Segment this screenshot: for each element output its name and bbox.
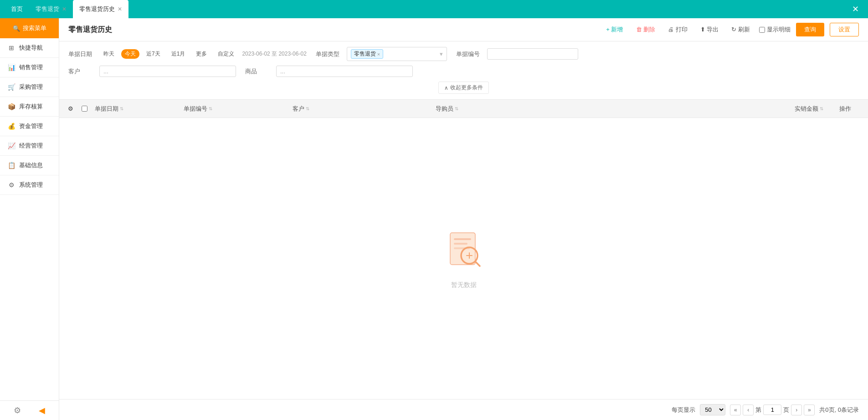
svg-rect-1 <box>454 238 471 240</box>
th-bill-date[interactable]: 单据日期 ⇅ <box>91 105 180 113</box>
collapse-label: 收起更多条件 <box>450 84 483 92</box>
sidebar-item-purchase-mgmt[interactable]: 🛒 采购管理 <box>0 77 59 97</box>
display-detail-toggle[interactable]: 显示明细 <box>759 26 791 34</box>
tab-retail-return[interactable]: 零售退货 ✕ <box>29 0 73 18</box>
print-button[interactable]: 🖨 打印 <box>664 24 691 36</box>
sidebar-item-system[interactable]: ⚙ 系统管理 <box>0 175 59 195</box>
th-amount[interactable]: 实销金额 ⇅ <box>752 105 827 113</box>
operations-icon: 📈 <box>7 142 15 150</box>
page-input[interactable] <box>763 405 781 415</box>
collapse-button[interactable]: ∧ 收起更多条件 <box>438 82 489 94</box>
window-close-button[interactable]: ✕ <box>847 4 863 14</box>
th-checkbox[interactable] <box>77 106 91 112</box>
date-btn-more[interactable]: 更多 <box>192 49 211 59</box>
sidebar-item-inventory[interactable]: 📦 库存核算 <box>0 97 59 117</box>
date-label: 单据日期 <box>68 50 96 58</box>
header-actions: + 新增 🗑 删除 🖨 打印 ⬆ 导出 ↻ 刷新 显示明细 查询 设置 <box>602 23 859 36</box>
query-button[interactable]: 查询 <box>796 23 824 36</box>
prev-page-button[interactable]: ‹ <box>743 405 754 415</box>
per-page-label: 每页显示 <box>672 406 695 414</box>
sidebar-item-base-info[interactable]: 📋 基础信息 <box>0 156 59 175</box>
bill-no-input[interactable] <box>487 48 578 60</box>
sidebar-item-sales-mgmt-label: 销售管理 <box>19 63 43 72</box>
sidebar-item-finance[interactable]: 💰 资金管理 <box>0 117 59 136</box>
filter-row-1: 单据日期 昨天 今天 近7天 近1月 更多 自定义 2023-06-02 至 2… <box>68 47 859 61</box>
tab-retail-return-history[interactable]: 零售退货历史 ✕ <box>73 0 128 18</box>
bill-type-tag-close[interactable]: × <box>377 51 380 57</box>
first-page-button[interactable]: « <box>730 405 741 415</box>
last-page-button[interactable]: » <box>804 405 815 415</box>
customer-ellipsis: ... <box>103 68 108 75</box>
column-settings-icon[interactable]: ⚙ <box>68 105 73 112</box>
page-title: 零售退货历史 <box>68 25 112 35</box>
bill-type-tag: 零售退货 × <box>351 49 383 59</box>
purchase-icon: 🛒 <box>7 83 15 91</box>
inventory-icon: 📦 <box>7 102 15 111</box>
date-btn-7days[interactable]: 近7天 <box>142 49 164 59</box>
th-customer-label: 客户 <box>293 105 304 113</box>
customer-filter: 客户 ... <box>68 66 236 77</box>
tab-home[interactable]: 首页 <box>5 0 29 18</box>
setting-button[interactable]: 设置 <box>830 23 859 36</box>
svg-line-6 <box>475 261 480 266</box>
sort-bill-no-icon: ⇅ <box>209 106 212 111</box>
tab-retail-return-close[interactable]: ✕ <box>62 6 67 12</box>
tab-retail-return-history-close[interactable]: ✕ <box>118 6 122 12</box>
bill-type-filter: 单据类型 零售退货 × ▾ <box>316 47 447 61</box>
bill-type-dropdown-icon: ▾ <box>440 51 443 57</box>
svg-rect-2 <box>454 243 467 245</box>
delete-button[interactable]: 🗑 删除 <box>632 24 659 36</box>
th-bill-no[interactable]: 单据编号 ⇅ <box>180 105 289 113</box>
quick-nav-icon: ⊞ <box>7 44 15 52</box>
system-icon: ⚙ <box>7 181 15 189</box>
empty-icon <box>441 228 487 274</box>
bill-type-label: 单据类型 <box>316 50 343 58</box>
date-options: 昨天 今天 近7天 近1月 更多 自定义 <box>99 49 238 59</box>
page-label: 第 <box>755 406 761 414</box>
per-page-select[interactable]: 10 20 50 100 <box>700 404 725 415</box>
table-header: ⚙ 单据日期 ⇅ 单据编号 ⇅ 客户 ⇅ 导购员 <box>59 100 868 118</box>
select-all-checkbox[interactable] <box>82 106 87 112</box>
settings-icon[interactable]: ⚙ <box>14 405 21 415</box>
th-action: 操作 <box>827 105 863 113</box>
th-amount-label: 实销金额 <box>795 105 818 113</box>
display-detail-checkbox[interactable] <box>759 27 765 33</box>
sidebar-item-quick-nav[interactable]: ⊞ 快捷导航 <box>0 38 59 58</box>
sidebar-item-operations-label: 经营管理 <box>19 142 43 150</box>
bill-type-select[interactable]: 零售退货 × ▾ <box>347 47 447 61</box>
export-button[interactable]: ⬆ 导出 <box>697 24 723 36</box>
sidebar-search[interactable]: 🔍 搜索菜单 <box>0 18 59 38</box>
customer-input[interactable]: ... <box>99 66 236 77</box>
pagination: 每页显示 10 20 50 100 « ‹ 第 页 › » 共0页, 0条记录 <box>59 399 868 420</box>
page-header: 零售退货历史 + 新增 🗑 删除 🖨 打印 ⬆ 导出 ↻ 刷新 显示明细 查询 … <box>59 18 868 41</box>
th-guide[interactable]: 导购员 ⇅ <box>432 105 541 113</box>
sidebar-item-purchase-mgmt-label: 采购管理 <box>19 83 43 91</box>
bill-no-label: 单据编号 <box>456 50 483 58</box>
th-bill-no-label: 单据编号 <box>184 105 207 113</box>
th-customer[interactable]: 客户 ⇅ <box>289 105 432 113</box>
bill-type-tag-value: 零售退货 <box>354 50 376 58</box>
th-action-label: 操作 <box>839 105 851 113</box>
date-btn-yesterday[interactable]: 昨天 <box>99 49 118 59</box>
next-page-button[interactable]: › <box>791 405 802 415</box>
content-area: 零售退货历史 + 新增 🗑 删除 🖨 打印 ⬆ 导出 ↻ 刷新 显示明细 查询 … <box>59 18 868 420</box>
date-btn-custom[interactable]: 自定义 <box>214 49 238 59</box>
sort-customer-icon: ⇅ <box>306 106 309 111</box>
sidebar-item-sales-mgmt[interactable]: 📊 销售管理 <box>0 58 59 77</box>
add-button[interactable]: + 新增 <box>602 24 627 36</box>
sort-amount-icon: ⇅ <box>820 106 823 111</box>
collapse-row: ∧ 收起更多条件 <box>68 82 859 94</box>
date-btn-1month[interactable]: 近1月 <box>167 49 190 59</box>
goods-input[interactable]: ... <box>276 66 413 77</box>
sidebar-item-operations[interactable]: 📈 经营管理 <box>0 136 59 156</box>
refresh-button[interactable]: ↻ 刷新 <box>728 24 754 36</box>
collapse-sidebar-icon[interactable]: ◀ <box>39 405 45 415</box>
filter-area: 单据日期 昨天 今天 近7天 近1月 更多 自定义 2023-06-02 至 2… <box>59 41 868 100</box>
search-icon: 🔍 <box>13 25 20 32</box>
sidebar-item-inventory-label: 库存核算 <box>19 102 43 111</box>
sort-guide-icon: ⇅ <box>455 106 458 111</box>
tab-retail-return-history-label: 零售退货历史 <box>79 5 115 13</box>
date-btn-today[interactable]: 今天 <box>121 49 139 59</box>
table-area: ⚙ 单据日期 ⇅ 单据编号 ⇅ 客户 ⇅ 导购员 <box>59 100 868 399</box>
th-settings[interactable]: ⚙ <box>64 105 77 112</box>
